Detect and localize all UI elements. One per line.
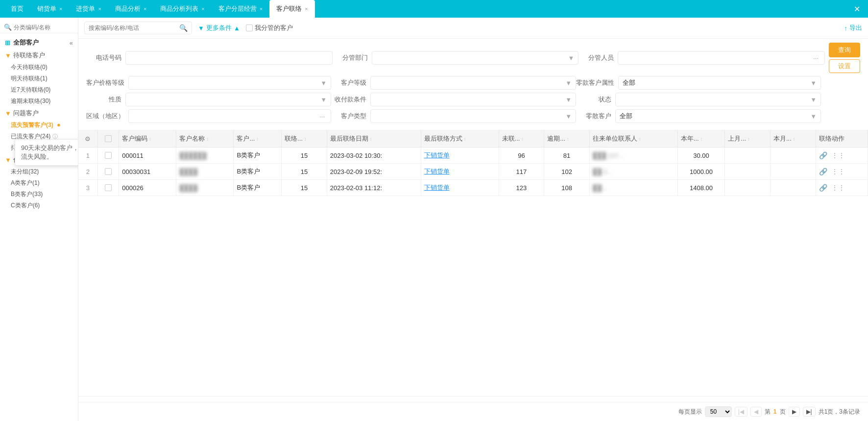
table-row: 1 000011 ██████ B类客户 15 2023-03-02 10:30… — [78, 148, 868, 164]
th-last-date[interactable]: 最后联络日期 — [327, 130, 421, 148]
my-customers-checkbox-area: 我分管的客户 — [246, 24, 293, 32]
filter-select-nature[interactable]: ▼ — [125, 93, 331, 106]
filter-cell-nature: 性质 ▼ — [86, 93, 331, 106]
last-method-link-2[interactable]: 下销货单 — [424, 184, 450, 191]
action-link-icon-0[interactable]: 🔗 — [819, 151, 827, 159]
sidebar-search-box: 🔍 — [0, 22, 78, 33]
th-code[interactable]: 客户编码 — [119, 130, 176, 148]
tab-customer-layer-close[interactable]: × — [260, 6, 263, 12]
settings-button[interactable]: 设置 — [829, 59, 860, 73]
tab-purchase-close[interactable]: × — [98, 6, 101, 12]
first-page-btn[interactable]: |◀ — [735, 407, 747, 417]
filter-select-cust-type[interactable]: ▼ — [370, 109, 576, 123]
select-all-checkbox[interactable] — [105, 135, 112, 142]
th-name[interactable]: 客户名称 — [176, 130, 234, 148]
th-unlink-days[interactable]: 未联... — [499, 130, 544, 148]
th-last-method[interactable]: 最后联络方式 — [421, 130, 499, 148]
sidebar-all-customers[interactable]: ⊞ 全部客户 « — [0, 36, 78, 49]
sidebar-item-week[interactable]: 近7天待联络(0) — [0, 84, 78, 96]
sidebar-search-input[interactable] — [14, 24, 74, 31]
th-gear[interactable]: ⚙ — [78, 130, 97, 148]
th-cust-type[interactable]: 客户... — [234, 130, 282, 148]
staff-more-icon[interactable]: ··· — [811, 54, 820, 62]
cell-code-2: 000026 — [119, 180, 176, 196]
action-more-icon-0[interactable]: ⋮⋮ — [831, 151, 845, 159]
tab-sales-close[interactable]: × — [59, 6, 62, 12]
window-close-btn[interactable]: ✕ — [850, 4, 864, 14]
th-contact-person[interactable]: 往来单位联系人 — [589, 130, 677, 148]
tab-customer-contact-close[interactable]: × — [305, 6, 308, 12]
cell-actions-1: 🔗 ⋮⋮ — [816, 164, 868, 180]
filter-select-staff[interactable]: ··· — [618, 51, 825, 65]
cell-cust-type-1: B类客户 — [234, 164, 282, 180]
sidebar-item-c-class[interactable]: C类客户(6) — [0, 200, 78, 211]
region-more-icon[interactable]: ··· — [317, 113, 327, 120]
action-more-icon-2[interactable]: ⋮⋮ — [831, 184, 845, 192]
tab-customer-contact[interactable]: 客户联络 × — [269, 0, 314, 18]
filter-select-zero-attr[interactable]: 全部 ▼ — [618, 76, 821, 90]
blurred-name-1: ████ — [179, 168, 197, 175]
filter-select-region[interactable]: ··· — [128, 109, 331, 123]
tab-home[interactable]: 首页 — [4, 0, 30, 18]
cell-overdue-0: 81 — [544, 148, 590, 164]
sidebar-item-ungroup[interactable]: 未分组(32) — [0, 166, 78, 177]
th-overdue[interactable]: 逾期... — [544, 130, 590, 148]
tooltip-arrow — [12, 145, 15, 149]
row-checkbox-2[interactable] — [105, 184, 112, 191]
sidebar-group-problem[interactable]: ▼ 问题客户 — [0, 107, 78, 120]
search-button[interactable]: 🔍 — [179, 24, 188, 32]
filter-select-cust-level[interactable]: ▼ — [370, 76, 576, 90]
tab-product-list-close[interactable]: × — [201, 6, 204, 12]
cell-checkbox-2 — [97, 180, 119, 196]
sidebar-item-churn-warning[interactable]: 流失预警客户(3) ● — [0, 120, 78, 131]
tab-product-analysis[interactable]: 商品分析 × — [108, 0, 153, 18]
page-label-text: 第 — [765, 408, 771, 416]
action-more-icon-1[interactable]: ⋮⋮ — [831, 168, 845, 175]
row-checkbox-1[interactable] — [105, 168, 112, 175]
my-customers-checkbox[interactable] — [246, 25, 253, 31]
sidebar-item-overdue[interactable]: 逾期未联络(30) — [0, 96, 78, 107]
tab-product-analysis-close[interactable]: × — [144, 6, 146, 12]
filter-label-nature: 性质 — [86, 95, 121, 104]
last-page-btn[interactable]: ▶| — [803, 407, 816, 417]
th-contact[interactable]: 联络... — [282, 130, 327, 148]
action-link-icon-2[interactable]: 🔗 — [819, 184, 827, 192]
prev-page-btn[interactable]: ◀ — [750, 407, 762, 417]
arrow-value-icon: ▼ — [5, 156, 11, 164]
row-checkbox-0[interactable] — [105, 152, 112, 159]
tab-customer-layer[interactable]: 客户分层经营 × — [212, 0, 269, 18]
filter-input-phone[interactable] — [125, 51, 333, 65]
cell-name-2: ████ — [176, 180, 234, 196]
last-method-link-1[interactable]: 下销货单 — [424, 168, 450, 175]
th-this-month[interactable]: 本月... — [771, 130, 816, 148]
tab-purchase[interactable]: 进货单 × — [69, 0, 108, 18]
grid-icon: ⊞ — [5, 39, 10, 47]
action-link-icon-1[interactable]: 🔗 — [819, 168, 827, 175]
sidebar-item-b-class[interactable]: B类客户(33) — [0, 189, 78, 200]
more-conditions-btn[interactable]: ▼ 更多条件 ▲ — [198, 24, 240, 32]
tab-sales[interactable]: 销货单 × — [30, 0, 69, 18]
table-settings-icon[interactable]: ⚙ — [85, 135, 91, 143]
export-button[interactable]: ↑ 导出 — [844, 24, 863, 32]
sidebar-collapse-icon[interactable]: « — [70, 39, 73, 47]
last-method-link-0[interactable]: 下销货单 — [424, 151, 450, 159]
search-input[interactable] — [89, 25, 179, 31]
filter-select-status[interactable]: ▼ — [615, 93, 821, 106]
filter-select-price-level[interactable]: ▼ — [128, 76, 331, 90]
cell-this-month-2 — [771, 180, 816, 196]
sidebar-item-tomorrow[interactable]: 明天待联络(1) — [0, 73, 78, 84]
sidebar-group-pending[interactable]: ▼ 待联络客户 — [0, 49, 78, 62]
th-this-year[interactable]: 本年... — [677, 130, 725, 148]
filter-select-dept[interactable]: ▼ — [372, 51, 579, 65]
next-page-btn[interactable]: ▶ — [789, 407, 800, 417]
tab-product-list[interactable]: 商品分析列表 × — [153, 0, 211, 18]
sidebar-item-a-class[interactable]: A类客户(1) — [0, 177, 78, 189]
query-button[interactable]: 查询 — [829, 43, 860, 57]
filter-select-zero-cust[interactable]: 全部 ▼ — [615, 109, 821, 123]
horizontal-scrollbar[interactable] — [78, 396, 868, 402]
per-page-select[interactable]: 50 100 200 — [705, 406, 732, 417]
filter-cell-price-level: 客户价格等级 ▼ — [86, 76, 331, 90]
sidebar-item-today[interactable]: 今天待联络(0) — [0, 62, 78, 73]
filter-select-payment[interactable]: ▼ — [370, 93, 576, 106]
th-last-month[interactable]: 上月... — [725, 130, 771, 148]
